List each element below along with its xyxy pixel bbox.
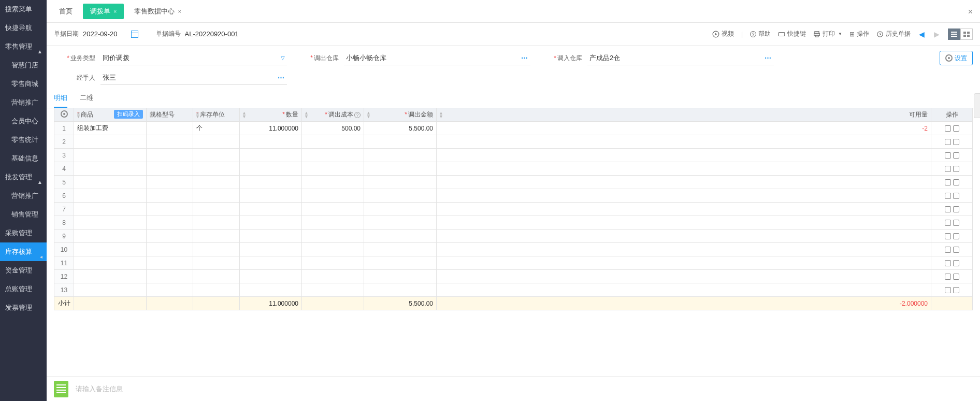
delete-row-icon[interactable]	[945, 166, 951, 172]
delete-row-icon[interactable]	[945, 233, 951, 239]
add-row-icon[interactable]	[953, 260, 959, 266]
table-row-empty[interactable]: 7	[54, 203, 973, 216]
gear-icon	[61, 110, 68, 118]
add-row-icon[interactable]	[953, 287, 959, 293]
next-doc-button[interactable]: ▶	[933, 30, 941, 38]
delete-row-icon[interactable]	[945, 179, 951, 185]
add-row-icon[interactable]	[953, 274, 959, 280]
table-row-empty[interactable]: 5	[54, 176, 973, 189]
video-link[interactable]: 视频	[712, 30, 734, 38]
close-icon[interactable]: ×	[968, 7, 973, 17]
add-row-icon[interactable]	[953, 152, 959, 159]
main: 首页调拨单×零售数据中心× × 单据日期 2022-09-20 单据编号 AL-…	[47, 0, 980, 401]
delete-row-icon[interactable]	[945, 206, 951, 212]
settings-button[interactable]: 设置	[940, 51, 973, 65]
help-link[interactable]: ?帮助	[750, 30, 771, 38]
sidebar-item-2[interactable]: 零售管理▲	[0, 37, 47, 56]
remark-input[interactable]: 请输入备注信息	[76, 384, 123, 394]
add-row-icon[interactable]	[953, 233, 959, 239]
note-icon[interactable]	[54, 381, 68, 397]
delete-row-icon[interactable]	[945, 193, 951, 199]
sidebar-item-4[interactable]: 零售商城	[0, 75, 47, 93]
history-button[interactable]: 历史单据	[876, 30, 911, 38]
in-warehouse-select[interactable]: 产成品2仓 ⋯	[587, 51, 774, 65]
add-row-icon[interactable]	[953, 193, 959, 199]
tab-1[interactable]: 调拨单×	[83, 4, 124, 19]
sidebar-item-7[interactable]: 零售统计	[0, 131, 47, 149]
table-row-empty[interactable]: 8	[54, 216, 973, 230]
tab-2d[interactable]: 二维	[80, 93, 93, 108]
sidebar-item-13[interactable]: 库存核算◂	[0, 242, 47, 261]
delete-row-icon[interactable]	[945, 260, 951, 266]
detail-table: ▲▼*商品扫码录入 ▲▼规格型号 ▲▼*库存单位 ▲▼*数量 ▲▼*调出成本? …	[54, 108, 973, 310]
col-out-cost[interactable]: ▲▼*调出成本?	[302, 108, 364, 122]
biz-type-select[interactable]: 同价调拨 ▽	[100, 51, 287, 65]
add-row-icon[interactable]	[953, 247, 959, 253]
add-row-icon[interactable]	[953, 179, 959, 185]
scan-button[interactable]: 扫码录入	[114, 110, 143, 119]
field-handler: 经手人 张三 ⋯	[54, 70, 287, 85]
out-warehouse-select[interactable]: 小畅小畅仓库 ⋯	[344, 51, 530, 65]
sidebar-item-6[interactable]: 会员中心	[0, 112, 47, 131]
add-row-icon[interactable]	[953, 139, 959, 145]
table-row-empty[interactable]: 9	[54, 230, 973, 243]
date-value[interactable]: 2022-09-20	[83, 30, 118, 38]
tab-close-icon[interactable]: ×	[113, 4, 117, 19]
table-row-empty[interactable]: 11	[54, 256, 973, 270]
tab-close-icon[interactable]: ×	[178, 4, 181, 19]
tab-bar: 首页调拨单×零售数据中心× ×	[47, 0, 980, 23]
handler-select[interactable]: 张三 ⋯	[100, 70, 287, 85]
table-row-empty[interactable]: 10	[54, 243, 973, 256]
table-row-empty[interactable]: 13	[54, 283, 973, 297]
col-spec[interactable]: ▲▼规格型号	[147, 108, 193, 122]
delete-row-icon[interactable]	[945, 152, 951, 159]
delete-row-icon[interactable]	[945, 139, 951, 145]
sidebar-item-5[interactable]: 营销推广	[0, 93, 47, 112]
sidebar-item-16[interactable]: 发票管理	[0, 298, 47, 317]
table-row-empty[interactable]: 4	[54, 162, 973, 176]
col-avail[interactable]: ▲▼可用量	[437, 108, 931, 122]
sidebar-item-1[interactable]: 快捷导航	[0, 19, 47, 37]
delete-row-icon[interactable]	[945, 125, 951, 132]
table-row-empty[interactable]: 2	[54, 135, 973, 149]
table-row-empty[interactable]: 3	[54, 149, 973, 162]
card-view-button[interactable]	[960, 28, 973, 40]
delete-row-icon[interactable]	[945, 247, 951, 253]
sidebar-item-3[interactable]: 智慧门店	[0, 56, 47, 75]
table-row[interactable]: 1组装加工费个11.000000500.005,500.00-2	[54, 122, 973, 135]
sidebar-item-0[interactable]: 搜索菜单	[0, 0, 47, 19]
shortcut-link[interactable]: 快捷键	[778, 30, 806, 38]
sidebar-item-9[interactable]: 批发管理▲	[0, 168, 47, 187]
sidebar-item-15[interactable]: 总账管理	[0, 280, 47, 298]
col-qty[interactable]: ▲▼*数量	[240, 108, 302, 122]
print-button[interactable]: 打印▼	[813, 30, 842, 38]
document-header: 单据日期 2022-09-20 单据编号 AL-20220920-001 视频 …	[47, 23, 980, 46]
delete-row-icon[interactable]	[945, 287, 951, 293]
ops-button[interactable]: ⊞操作	[849, 30, 869, 38]
table-row-empty[interactable]: 12	[54, 270, 973, 283]
add-row-icon[interactable]	[953, 220, 959, 226]
sidebar-item-14[interactable]: 资金管理	[0, 261, 47, 280]
add-row-icon[interactable]	[953, 125, 959, 132]
add-row-icon[interactable]	[953, 206, 959, 212]
sidebar-item-10[interactable]: 营销推广	[0, 187, 47, 205]
svg-rect-8	[963, 35, 966, 37]
tab-detail[interactable]: 明细	[54, 93, 67, 108]
calendar-icon[interactable]	[131, 31, 138, 38]
side-panel-handle[interactable]	[974, 93, 980, 118]
tab-0[interactable]: 首页	[52, 4, 80, 19]
col-out-amount[interactable]: ▲▼*调出金额	[364, 108, 437, 122]
add-row-icon[interactable]	[953, 166, 959, 172]
col-settings[interactable]	[54, 108, 74, 122]
delete-row-icon[interactable]	[945, 274, 951, 280]
prev-doc-button[interactable]: ◀	[918, 30, 926, 38]
sidebar-item-8[interactable]: 基础信息	[0, 149, 47, 168]
col-product[interactable]: ▲▼*商品扫码录入	[74, 108, 147, 122]
list-view-button[interactable]	[948, 28, 960, 40]
table-row-empty[interactable]: 6	[54, 189, 973, 203]
delete-row-icon[interactable]	[945, 220, 951, 226]
sidebar-item-12[interactable]: 采购管理	[0, 224, 47, 242]
col-unit[interactable]: ▲▼*库存单位	[193, 108, 240, 122]
sidebar-item-11[interactable]: 销售管理	[0, 205, 47, 224]
tab-2[interactable]: 零售数据中心×	[127, 4, 188, 19]
